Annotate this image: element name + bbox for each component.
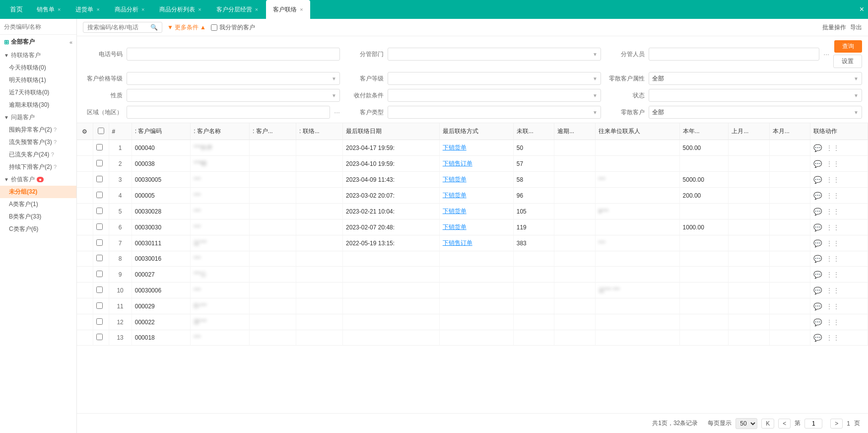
row-checkbox-cell[interactable] bbox=[93, 298, 109, 314]
first-page-btn[interactable]: K bbox=[761, 419, 774, 429]
more-actions-icon[interactable]: ⋮⋮ bbox=[826, 255, 840, 263]
row-checkbox[interactable] bbox=[96, 192, 103, 198]
col-contact-header[interactable]: : 联络... bbox=[296, 123, 342, 140]
col-code-header[interactable]: : 客户编码 bbox=[132, 123, 191, 140]
row-last-method-cell[interactable] bbox=[439, 298, 513, 314]
row-checkbox-cell[interactable] bbox=[93, 283, 109, 298]
col-this-year-header[interactable]: 本年... bbox=[679, 123, 729, 140]
col-type-header[interactable]: : 客户... bbox=[249, 123, 296, 140]
window-close-button[interactable]: × bbox=[860, 5, 864, 14]
dept-input[interactable]: ▼ bbox=[388, 48, 601, 61]
my-customers-check[interactable] bbox=[211, 24, 217, 31]
row-checkbox[interactable] bbox=[96, 223, 103, 230]
row-last-method-cell[interactable] bbox=[439, 283, 513, 298]
phone-input[interactable] bbox=[127, 48, 340, 61]
all-customers-header[interactable]: ⊞ 全部客户 « bbox=[0, 35, 76, 49]
row-last-method-cell[interactable]: 下销货单 bbox=[439, 204, 513, 219]
col-last-method-header[interactable]: 最后联络方式 bbox=[439, 123, 513, 140]
more-actions-icon[interactable]: ⋮⋮ bbox=[826, 302, 840, 310]
sidebar-item-7days[interactable]: 近7天待联络(0) bbox=[0, 86, 76, 99]
close-sales-tab[interactable]: × bbox=[58, 6, 61, 12]
region-more-btn[interactable]: ··· bbox=[334, 108, 340, 116]
sidebar-item-c-class[interactable]: C类客户(6) bbox=[0, 223, 76, 235]
query-button[interactable]: 查询 bbox=[834, 40, 862, 53]
select-all-header[interactable] bbox=[93, 123, 109, 140]
row-checkbox[interactable] bbox=[96, 255, 103, 261]
more-actions-icon[interactable]: ⋮⋮ bbox=[826, 334, 840, 342]
row-checkbox-cell[interactable] bbox=[93, 188, 109, 204]
filter-search-icon[interactable]: 🔍 bbox=[150, 24, 158, 31]
row-checkbox-cell[interactable] bbox=[93, 140, 109, 156]
row-last-method-cell[interactable]: 下销货单 bbox=[439, 188, 513, 204]
collapse-icon[interactable]: « bbox=[69, 39, 72, 45]
row-checkbox[interactable] bbox=[96, 176, 103, 182]
more-actions-icon[interactable]: ⋮⋮ bbox=[826, 144, 840, 152]
close-customer-mgmt-tab[interactable]: × bbox=[255, 6, 258, 12]
more-conditions-btn[interactable]: ▼ 更多条件 ▲ bbox=[167, 23, 206, 32]
row-checkbox-cell[interactable] bbox=[93, 251, 109, 267]
reset-button[interactable]: 设置 bbox=[833, 55, 862, 68]
row-checkbox[interactable] bbox=[96, 160, 103, 166]
sidebar-item-hoarding[interactable]: 囤购异常客户(2) ? bbox=[0, 124, 76, 136]
next-page-btn[interactable]: > bbox=[830, 419, 843, 429]
customer-level-input[interactable]: ▼ bbox=[388, 72, 601, 85]
close-customer-contact-tab[interactable]: × bbox=[300, 6, 303, 12]
batch-operations-btn[interactable]: 批量操作 bbox=[822, 23, 846, 32]
sidebar-item-a-class[interactable]: A类客户(1) bbox=[0, 198, 76, 211]
contact-icon[interactable]: 💬 bbox=[813, 318, 822, 326]
col-last-month-header[interactable]: 上月... bbox=[729, 123, 769, 140]
row-checkbox[interactable] bbox=[96, 318, 103, 325]
contact-icon[interactable]: 💬 bbox=[813, 192, 822, 200]
row-checkbox[interactable] bbox=[96, 208, 103, 214]
nav-tab-customer-contact[interactable]: 客户联络 × bbox=[266, 0, 310, 19]
nav-tab-purchase[interactable]: 进货单 × bbox=[68, 0, 106, 19]
group-problem-customers[interactable]: ▼ 问题客户 bbox=[0, 111, 76, 124]
row-checkbox-cell[interactable] bbox=[93, 219, 109, 235]
row-checkbox[interactable] bbox=[96, 302, 103, 309]
sidebar-item-declining[interactable]: 持续下滑客户(2) ? bbox=[0, 161, 76, 173]
contact-icon[interactable]: 💬 bbox=[813, 255, 822, 263]
col-unliaised-header[interactable]: 未联... bbox=[513, 123, 554, 140]
row-checkbox-cell[interactable] bbox=[93, 156, 109, 172]
contact-icon[interactable]: 💬 bbox=[813, 239, 822, 247]
row-last-method-cell[interactable]: 下销售订单 bbox=[439, 156, 513, 172]
more-actions-icon[interactable]: ⋮⋮ bbox=[826, 318, 840, 326]
group-value-customers[interactable]: ▼ 价值客户 ● bbox=[0, 173, 76, 186]
contact-icon[interactable]: 💬 bbox=[813, 223, 822, 231]
region-input[interactable] bbox=[127, 106, 330, 119]
person-more-btn[interactable]: ··· bbox=[823, 50, 829, 58]
more-actions-icon[interactable]: ⋮⋮ bbox=[826, 287, 840, 294]
row-last-method-cell[interactable] bbox=[439, 314, 513, 330]
page-number-input[interactable] bbox=[804, 419, 822, 429]
sidebar-item-tomorrow[interactable]: 明天待联络(1) bbox=[0, 74, 76, 86]
col-overdue-header[interactable]: 逾期... bbox=[554, 123, 595, 140]
col-related-contact-header[interactable]: 往来单位联系人 bbox=[595, 123, 679, 140]
nav-tab-product-analysis[interactable]: 商品分析 × bbox=[108, 0, 151, 19]
close-product-list-tab[interactable]: × bbox=[198, 6, 201, 12]
select-all-checkbox[interactable] bbox=[98, 128, 104, 134]
row-checkbox-cell[interactable] bbox=[93, 172, 109, 188]
close-purchase-tab[interactable]: × bbox=[96, 6, 99, 12]
row-last-method-cell[interactable]: 下销货单 bbox=[439, 219, 513, 235]
more-actions-icon[interactable]: ⋮⋮ bbox=[826, 192, 840, 200]
contact-icon[interactable]: 💬 bbox=[813, 144, 822, 152]
retail-attr-input[interactable]: 全部 ▼ bbox=[649, 72, 862, 85]
sidebar-item-churn-warning[interactable]: 流失预警客户(3) ? bbox=[0, 136, 76, 148]
row-last-method-cell[interactable] bbox=[439, 330, 513, 346]
per-page-select[interactable]: 50 bbox=[735, 418, 757, 429]
contact-icon[interactable]: 💬 bbox=[813, 302, 822, 310]
more-actions-icon[interactable]: ⋮⋮ bbox=[826, 208, 840, 216]
status-input[interactable]: ▼ bbox=[649, 89, 862, 102]
row-checkbox-cell[interactable] bbox=[93, 235, 109, 251]
row-checkbox[interactable] bbox=[96, 334, 103, 340]
row-checkbox-cell[interactable] bbox=[93, 204, 109, 219]
more-actions-icon[interactable]: ⋮⋮ bbox=[826, 239, 840, 247]
sidebar-search-input[interactable] bbox=[4, 23, 77, 30]
gender-input[interactable]: ▼ bbox=[127, 89, 340, 102]
filter-search-input[interactable] bbox=[87, 24, 150, 31]
row-checkbox-cell[interactable] bbox=[93, 267, 109, 283]
row-checkbox-cell[interactable] bbox=[93, 314, 109, 330]
row-last-method-cell[interactable]: 下销货单 bbox=[439, 172, 513, 188]
contact-icon[interactable]: 💬 bbox=[813, 176, 822, 184]
row-checkbox[interactable] bbox=[96, 239, 103, 246]
